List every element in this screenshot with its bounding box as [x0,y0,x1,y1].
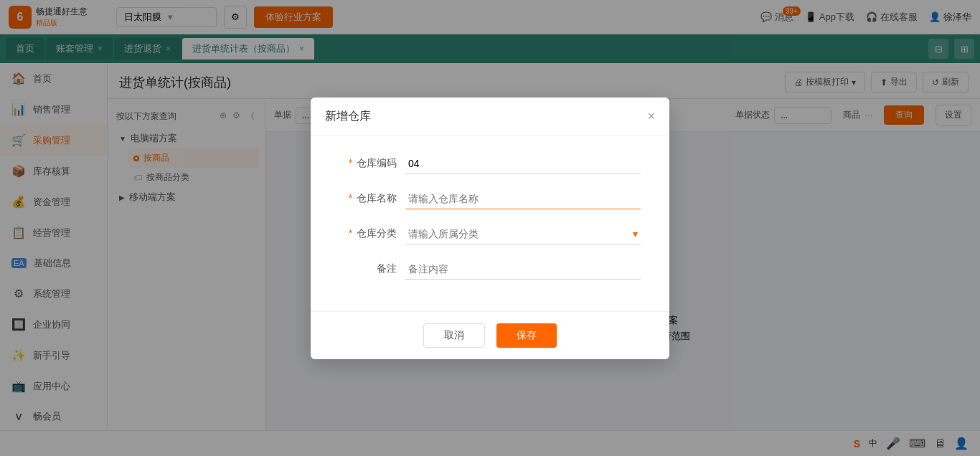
add-warehouse-dialog: 新增仓库 × * 仓库编码 * 仓库名称 [311,98,669,359]
dialog-header: 新增仓库 × [311,98,669,136]
category-label: * 仓库分类 [339,227,397,240]
dialog-title: 新增仓库 [325,109,371,124]
name-label: * 仓库名称 [339,192,397,205]
warehouse-name-input[interactable] [405,189,641,209]
save-button[interactable]: 保存 [496,323,557,348]
dialog-footer: 取消 保存 [311,311,669,359]
form-row-code: * 仓库编码 [339,153,641,174]
cancel-button[interactable]: 取消 [423,323,485,348]
category-select-input[interactable] [405,224,641,244]
dialog-body: * 仓库编码 * 仓库名称 * 仓库分类 [311,136,669,311]
remark-input[interactable] [405,259,641,280]
remark-label: 备注 [339,262,397,275]
dialog-close-btn[interactable]: × [647,110,655,123]
form-row-name: * 仓库名称 [339,189,641,209]
category-select-wrapper: ▾ [405,224,641,244]
form-row-remark: 备注 [339,259,641,280]
code-label: * 仓库编码 [339,157,397,170]
modal-overlay: 新增仓库 × * 仓库编码 * 仓库名称 [0,0,980,456]
warehouse-code-input[interactable] [405,153,641,174]
form-row-category: * 仓库分类 ▾ [339,224,641,244]
